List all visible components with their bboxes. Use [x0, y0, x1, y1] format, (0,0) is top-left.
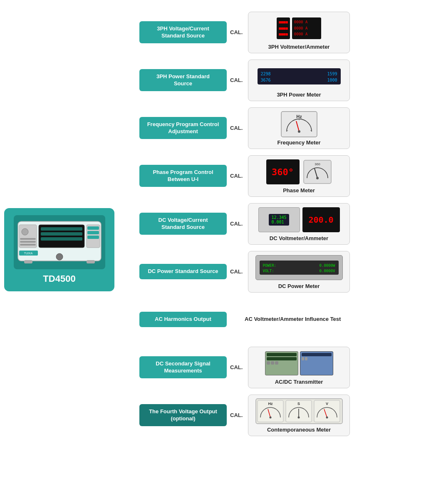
instrument-img-contemporaneous: Hz S V — [253, 398, 345, 425]
row-fourth-voltage: The Fourth Voltage Output (optional) CAL… — [114, 391, 437, 439]
dc-ammeter-value: 200.0 — [308, 215, 333, 225]
instrument-contemporaneous: Hz S V — [248, 395, 350, 436]
svg-rect-7 — [20, 238, 36, 240]
display-right: 0000 A0000 A0000 A — [292, 17, 321, 39]
phase-analog-svg: 360 — [303, 159, 332, 184]
instrument-3ph-power: 2298 1599 3676 1000 3PH Power Meter — [248, 60, 350, 101]
svg-text:TUIXA: TUIXA — [24, 252, 32, 255]
btn-dc-secondary[interactable]: DC Secondary Signal Measurements — [139, 356, 227, 379]
contemporaneous-svg: Hz S V — [255, 398, 343, 424]
tree-area: 3PH Voltage/Current Standard Source CAL.… — [114, 8, 437, 439]
row-frequency: Frequency Program Control Adjustment CAL… — [114, 104, 437, 152]
svg-rect-16 — [87, 260, 95, 263]
btn-3ph-power[interactable]: 3PH Power Standard Source — [139, 69, 227, 92]
instrument-phase: 360° 360 Phase Meter — [248, 155, 350, 197]
svg-rect-12 — [87, 231, 99, 234]
transmitter-devices — [265, 351, 333, 375]
btn-frequency[interactable]: Frequency Program Control Adjustment — [139, 117, 227, 139]
dc-val1: 12.345 — [271, 215, 286, 220]
row-dc-power: DC Power Standard Source CAL. POWER:0.00… — [114, 248, 437, 295]
t-terminals — [267, 361, 297, 365]
dc-power-meter-box: POWER:0.0000W VOLT:0.0000V — [255, 255, 343, 280]
label-3ph-power: 3PH Power Meter — [277, 92, 321, 98]
dc-meter-display: 12.345 0.001 — [269, 214, 289, 226]
svg-text:Hz: Hz — [296, 114, 302, 119]
device-image: TUIXA — [14, 215, 105, 269]
instrument-img-3ph-power: 2298 1599 3676 1000 — [253, 63, 345, 90]
display-left: ■■■■■■■■■■■■ — [277, 17, 290, 39]
label-frequency: Frequency Meter — [277, 139, 320, 146]
transmitter-box2 — [300, 351, 333, 375]
btn-dc-voltage-current[interactable]: DC Voltage/Current Standard Source — [139, 213, 227, 235]
phase-digital-display: 360° — [266, 159, 300, 184]
label-phase: Phase Meter — [283, 187, 315, 194]
svg-rect-8 — [20, 241, 36, 243]
svg-rect-2 — [41, 227, 82, 231]
power-meter-display: 2298 1599 3676 1000 — [258, 68, 341, 84]
label-ac-harmonics: AC Voltmeter/Ammeter Influence Test — [245, 315, 341, 323]
power-val1: 2298 — [261, 70, 271, 78]
svg-rect-3 — [41, 232, 82, 236]
cal-label-4: CAL. — [230, 173, 245, 179]
phase-value: 360° — [272, 167, 294, 177]
cal-label-8: CAL. — [230, 364, 245, 370]
row-dc-secondary: DC Secondary Signal Measurements CAL. — [114, 343, 437, 391]
cal-label-3: CAL. — [230, 125, 245, 131]
svg-point-14 — [56, 253, 63, 260]
svg-text:S: S — [297, 402, 300, 406]
frequency-svg: Hz — [280, 111, 318, 138]
svg-text:V: V — [325, 402, 328, 406]
instrument-img-phase: 360° 360 — [253, 159, 345, 186]
instrument-ac-harmonics-text: AC Voltmeter/Ammeter Influence Test — [245, 315, 347, 323]
instrument-img-3ph-voltmeter: ■■■■■■■■■■■■ 0000 A0000 A0000 A — [253, 15, 345, 42]
btn-fourth-voltage[interactable]: The Fourth Voltage Output (optional) — [139, 404, 227, 427]
label-contemporaneous: Contemporaneous Meter — [267, 427, 331, 433]
device-name-label: TD4500 — [43, 273, 75, 284]
instrument-transmitter: AC/DC Transmitter — [248, 347, 350, 388]
btn-ac-harmonics[interactable]: AC Harmonics Output — [139, 312, 227, 327]
dc-meter-box: 12.345 0.001 — [258, 207, 300, 232]
svg-text:Hz: Hz — [268, 402, 273, 406]
btn-dc-power[interactable]: DC Power Standard Source — [139, 264, 227, 279]
instrument-img-frequency: Hz — [253, 111, 345, 138]
t-display3 — [302, 353, 332, 356]
cal-label-5: CAL. — [230, 221, 245, 227]
label-dc-voltmeter: DC Voltmeter/Ammeter — [270, 235, 328, 241]
t-terminals2 — [302, 357, 332, 360]
row-ac-harmonics: AC Harmonics Output AC Voltmeter/Ammeter… — [114, 295, 437, 343]
instrument-3ph-voltmeter: ■■■■■■■■■■■■ 0000 A0000 A0000 A 3PH Volt… — [248, 12, 350, 53]
row-dc-voltage-current: DC Voltage/Current Standard Source CAL. … — [114, 200, 437, 248]
svg-text:360: 360 — [315, 162, 320, 166]
instrument-dc-power: POWER:0.0000W VOLT:0.0000V DC Power Mete… — [248, 251, 350, 293]
instrument-img-dc-voltmeter: 12.345 0.001 200.0 — [253, 206, 345, 233]
dc-val2: 0.001 — [271, 220, 286, 224]
3ph-meter-displays: ■■■■■■■■■■■■ 0000 A0000 A0000 A — [277, 17, 321, 39]
device-svg: TUIXA — [16, 217, 103, 267]
btn-phase[interactable]: Phase Program Control Between U-I — [139, 165, 227, 187]
row-phase: Phase Program Control Between U-I CAL. 3… — [114, 152, 437, 200]
row-3ph-voltage-current: 3PH Voltage/Current Standard Source CAL.… — [114, 8, 437, 56]
cal-label-6: CAL. — [230, 268, 245, 275]
cal-label-9: CAL. — [230, 412, 245, 418]
row-3ph-power: 3PH Power Standard Source CAL. 2298 1599… — [114, 56, 437, 104]
label-3ph-voltmeter: 3PH Voltmeter/Ammeter — [268, 44, 330, 50]
instrument-img-transmitter — [253, 350, 345, 377]
dc-power-row2: VOLT:0.0000V — [263, 269, 335, 273]
t-display2 — [267, 357, 297, 360]
diagram-container: TUIXA TD4500 3PH Voltage/Current Standar… — [0, 0, 441, 447]
svg-point-52 — [326, 417, 328, 419]
svg-rect-9 — [20, 244, 36, 246]
svg-rect-11 — [87, 226, 99, 230]
label-dc-power: DC Power Meter — [278, 283, 320, 289]
transmitter-box1 — [265, 351, 298, 375]
svg-rect-4 — [41, 237, 82, 241]
cal-label-1: CAL. — [230, 29, 245, 35]
device-box: TUIXA TD4500 — [4, 208, 114, 291]
power-val2: 1599 — [327, 70, 337, 78]
btn-3ph-voltage-current[interactable]: 3PH Voltage/Current Standard Source — [139, 21, 227, 44]
power-val4: 1000 — [327, 78, 337, 82]
dc-ammeter-display: 200.0 — [302, 207, 340, 232]
instrument-dc-voltmeter: 12.345 0.001 200.0 DC Voltmeter/Ammeter — [248, 203, 350, 245]
dc-power-display: POWER:0.0000W VOLT:0.0000V — [260, 261, 339, 275]
svg-point-6 — [22, 228, 28, 235]
